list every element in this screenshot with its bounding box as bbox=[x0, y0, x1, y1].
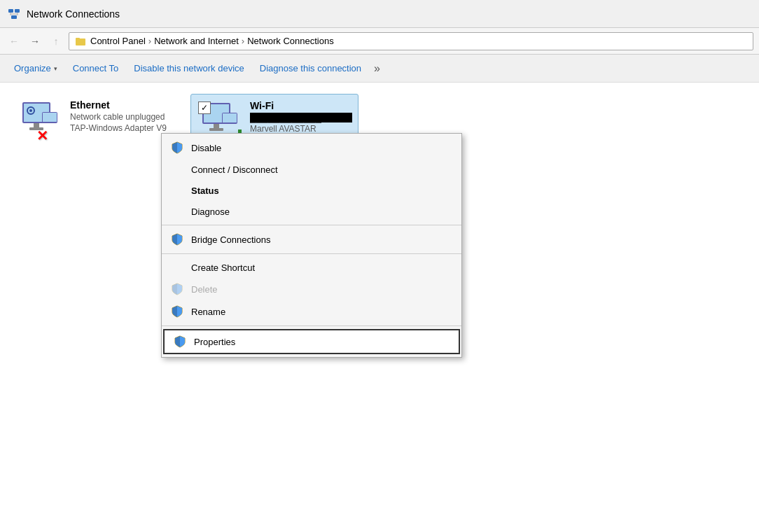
ethernet-info: Ethernet Network cable unplugged TAP-Win… bbox=[70, 99, 167, 133]
error-icon: ✕ bbox=[36, 127, 48, 144]
context-menu: Disable Connect / Disconnect Status Diag… bbox=[161, 133, 462, 358]
forward-button[interactable]: → bbox=[27, 33, 43, 50]
menu-item-diagnose[interactable]: Diagnose bbox=[162, 201, 461, 222]
separator-1 bbox=[162, 225, 461, 225]
svg-rect-21 bbox=[223, 113, 237, 122]
ethernet-status: Network cable unplugged bbox=[70, 112, 167, 122]
connect-to-button[interactable]: Connect To bbox=[66, 57, 126, 80]
svg-rect-0 bbox=[8, 9, 13, 13]
selected-checkbox: ✓ bbox=[198, 102, 211, 114]
diagnose-label: Diagnose bbox=[191, 206, 230, 217]
more-button[interactable]: » bbox=[370, 59, 384, 78]
disable-label: Disable bbox=[191, 143, 221, 153]
window-title: Network Connections bbox=[27, 8, 120, 20]
address-path: Control Panel › Network and Internet › N… bbox=[69, 32, 753, 50]
back-button[interactable]: ← bbox=[6, 33, 22, 50]
shield-properties-icon bbox=[173, 335, 187, 349]
delete-label: Delete bbox=[191, 284, 218, 295]
connect-disconnect-label: Connect / Disconnect bbox=[191, 164, 278, 175]
menu-item-bridge[interactable]: Bridge Connections bbox=[162, 228, 461, 251]
network-icon bbox=[7, 7, 21, 21]
status-label: Status bbox=[191, 186, 219, 196]
properties-label: Properties bbox=[194, 337, 235, 347]
menu-item-disable[interactable]: Disable bbox=[162, 136, 461, 159]
wifi-status: ████████████ bbox=[250, 113, 352, 122]
shield-rename-icon bbox=[170, 304, 184, 318]
menu-item-rename[interactable]: Rename bbox=[162, 300, 461, 323]
disable-button[interactable]: Disable this network device bbox=[127, 57, 251, 80]
svg-point-15 bbox=[29, 109, 32, 112]
separator-2 bbox=[162, 253, 461, 254]
folder-icon bbox=[75, 36, 86, 47]
menu-item-delete: Delete bbox=[162, 278, 461, 300]
svg-rect-13 bbox=[43, 113, 57, 122]
shield-disable-icon bbox=[170, 141, 184, 155]
shield-delete-icon bbox=[170, 282, 184, 296]
menu-item-status[interactable]: Status bbox=[162, 180, 461, 201]
menu-item-properties[interactable]: Properties bbox=[163, 329, 460, 354]
svg-rect-19 bbox=[209, 128, 223, 131]
ethernet-name: Ethernet bbox=[70, 99, 167, 111]
svg-rect-1 bbox=[15, 9, 20, 13]
organize-button[interactable]: Organize ▾ bbox=[7, 57, 64, 80]
address-bar: ← → ↑ Control Panel › Network and Intern… bbox=[0, 28, 759, 55]
toolbar: Organize ▾ Connect To Disable this netwo… bbox=[0, 55, 759, 83]
organize-dropdown-arrow: ▾ bbox=[54, 65, 57, 72]
svg-rect-7 bbox=[76, 38, 80, 40]
up-button[interactable]: ↑ bbox=[48, 33, 64, 50]
menu-item-shortcut[interactable]: Create Shortcut bbox=[162, 257, 461, 278]
ethernet-icon: ✕ bbox=[17, 99, 62, 144]
wifi-name: Wi-Fi bbox=[250, 100, 352, 111]
menu-item-connect-disconnect[interactable]: Connect / Disconnect bbox=[162, 159, 461, 180]
ethernet-adapter: TAP-Windows Adapter V9 bbox=[70, 123, 167, 133]
rename-label: Rename bbox=[191, 307, 225, 317]
diagnose-button[interactable]: Diagnose this connection bbox=[253, 57, 368, 80]
shield-bridge-icon bbox=[170, 232, 184, 246]
title-bar: Network Connections bbox=[0, 0, 759, 28]
shortcut-label: Create Shortcut bbox=[191, 262, 255, 273]
svg-rect-2 bbox=[11, 15, 17, 19]
bridge-label: Bridge Connections bbox=[191, 234, 270, 245]
ethernet-card[interactable]: ✕ Ethernet Network cable unplugged TAP-W… bbox=[11, 94, 179, 150]
separator-3 bbox=[162, 326, 461, 326]
